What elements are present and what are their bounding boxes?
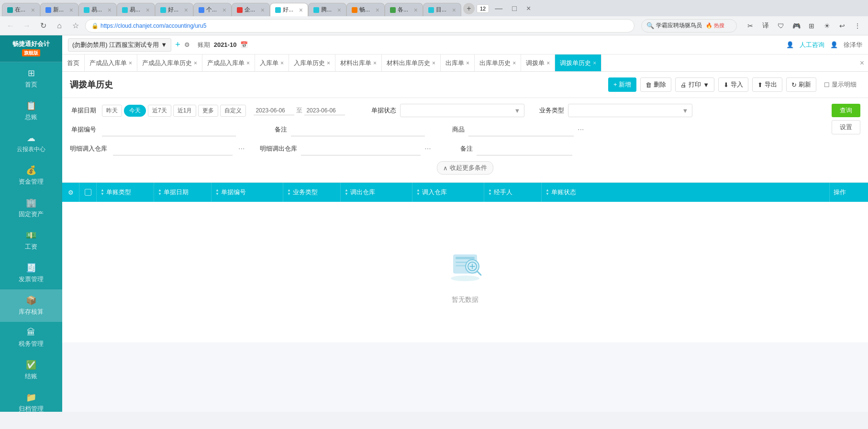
import-button[interactable]: ⬇ 导入 xyxy=(718,77,748,92)
tab-prod-in-close[interactable]: × xyxy=(129,60,132,66)
tab-mat-out-close[interactable]: × xyxy=(373,60,377,66)
table-type-col[interactable]: ▲▼ 单账类型 xyxy=(97,183,154,202)
sidebar-item-salary[interactable]: 💵 工资 xyxy=(0,224,62,257)
browser-tab-11[interactable]: 目... × xyxy=(423,3,461,16)
collapse-button[interactable]: ∧ 收起更多条件 xyxy=(437,161,493,175)
tab-prod-in-hist-close[interactable]: × xyxy=(194,60,197,66)
address-bar[interactable]: 🔒 https://cloud.chanjet.com/accounting/u… xyxy=(85,19,634,33)
print-button[interactable]: 🖨 打印 ▼ xyxy=(675,77,714,92)
table-status-col[interactable]: ▲▼ 单账状态 xyxy=(542,183,830,202)
tab-close-11[interactable]: × xyxy=(452,6,456,14)
biz-type-select[interactable]: ▼ xyxy=(568,104,692,117)
delete-button[interactable]: 🗑 删除 xyxy=(640,77,671,92)
more-icon[interactable]: ⋮ xyxy=(851,19,864,33)
date-from-input[interactable] xyxy=(254,106,294,115)
forward-button[interactable]: → xyxy=(20,19,33,33)
brightness-icon[interactable]: ☀ xyxy=(820,19,834,33)
translate-icon[interactable]: 译 xyxy=(759,19,772,33)
goods-more-icon[interactable]: ··· xyxy=(578,125,584,134)
app-tab-transfer-hist[interactable]: 调拨单历史 × xyxy=(555,55,601,72)
company-settings-icon[interactable]: ⚙ xyxy=(184,41,190,48)
browser-tab-2[interactable]: 易... × xyxy=(78,3,117,16)
app-tab-mat-out-hist[interactable]: 材料出库单历史 × xyxy=(382,55,441,72)
sidebar-item-tax[interactable]: 🏛 税务管理 xyxy=(0,322,62,354)
sidebar-item-reports[interactable]: ☁ 云报表中心 xyxy=(0,127,62,159)
table-select-all[interactable] xyxy=(79,183,97,202)
sidebar-item-ledger[interactable]: 📋 总账 xyxy=(0,95,62,127)
tab-close-3[interactable]: × xyxy=(146,6,150,14)
table-biz-col[interactable]: ▲▼ 业务类型 xyxy=(283,183,341,202)
tab-close-10[interactable]: × xyxy=(414,6,418,14)
tab-close-8[interactable]: × xyxy=(337,6,341,14)
filter-settings-button[interactable]: 设置 xyxy=(832,120,860,134)
sidebar-item-archive[interactable]: 📁 归档管理 xyxy=(0,386,62,412)
browser-tab-3[interactable]: 易... × xyxy=(117,3,155,16)
show-cols-button[interactable]: ☐ 显示明细 xyxy=(820,78,860,91)
browser-tab-6[interactable]: 企... × xyxy=(232,3,270,16)
code-input[interactable] xyxy=(102,123,236,136)
query-button[interactable]: 查询 xyxy=(832,104,860,117)
app-tab-prod-in-hist[interactable]: 产成品入库单历史 × xyxy=(137,55,202,72)
tab-out-hist-close[interactable]: × xyxy=(512,60,516,66)
export-button[interactable]: ⬆ 导出 xyxy=(752,77,782,92)
tab-prod-in2-close[interactable]: × xyxy=(246,60,250,66)
today-btn[interactable]: 今天 xyxy=(124,105,146,117)
scissors-icon[interactable]: ✂ xyxy=(744,19,757,33)
close-all-tabs-button[interactable]: × xyxy=(856,59,868,67)
tab-close-5[interactable]: × xyxy=(223,6,226,14)
bookmark-button[interactable]: ☆ xyxy=(69,19,82,33)
table-out-wh-col[interactable]: ▲▼ 调出仓库 xyxy=(341,183,412,202)
calendar-icon[interactable]: 📅 xyxy=(240,41,248,48)
select-all-checkbox[interactable] xyxy=(85,189,91,196)
date-to-input[interactable] xyxy=(304,106,345,115)
tab-close-1[interactable]: × xyxy=(69,6,73,14)
table-settings-col[interactable]: ⚙ xyxy=(62,183,79,202)
browser-tab-10[interactable]: 各... × xyxy=(385,3,423,16)
detail-remark-input[interactable] xyxy=(477,142,572,155)
detail-out-wh-input[interactable] xyxy=(301,142,421,155)
browser-tab-1[interactable]: 新... × xyxy=(40,3,78,16)
tab-out-close[interactable]: × xyxy=(466,60,469,66)
detail-out-wh-more[interactable]: ··· xyxy=(424,144,431,153)
add-company-button[interactable]: + xyxy=(175,40,180,50)
sidebar-item-assets[interactable]: 🏢 固定资产 xyxy=(0,192,62,224)
1month-btn[interactable]: 近1月 xyxy=(173,105,197,117)
home-button[interactable]: ⌂ xyxy=(53,19,66,33)
sidebar-item-funds[interactable]: 💰 资金管理 xyxy=(0,159,62,192)
window-close[interactable]: × xyxy=(523,3,534,14)
sidebar-item-invoice[interactable]: 🧾 发票管理 xyxy=(0,257,62,289)
app-tab-in-hist[interactable]: 入库单历史 × xyxy=(289,55,335,72)
sidebar-item-home[interactable]: ⊞ 首页 xyxy=(0,62,62,95)
detail-in-wh-more[interactable]: ··· xyxy=(238,144,245,153)
app-tab-out-hist[interactable]: 出库单历史 × xyxy=(475,55,521,72)
app-tab-out[interactable]: 出库单 × xyxy=(441,55,475,72)
game-icon[interactable]: 🎮 xyxy=(790,19,803,33)
tab-close-9[interactable]: × xyxy=(376,6,379,14)
window-maximize[interactable]: □ xyxy=(508,3,521,14)
reload-button[interactable]: ↻ xyxy=(36,19,50,33)
tab-close-6[interactable]: × xyxy=(261,6,265,14)
new-button[interactable]: + 新增 xyxy=(608,77,636,92)
refresh-button[interactable]: ↻ 刷新 xyxy=(786,77,816,92)
browser-tab-4[interactable]: 好... × xyxy=(155,3,193,16)
tab-in-close[interactable]: × xyxy=(280,60,284,66)
user-label[interactable]: 徐泽华 xyxy=(844,41,862,49)
browser-tab-9[interactable]: 畅... × xyxy=(346,3,385,16)
tab-close-2[interactable]: × xyxy=(108,6,111,14)
tab-transfer-hist-close[interactable]: × xyxy=(593,60,596,66)
more-btn[interactable]: 更多 xyxy=(198,105,218,117)
sidebar-item-close[interactable]: ✅ 结账 xyxy=(0,354,62,386)
app-tab-in[interactable]: 入库单 × xyxy=(255,55,289,72)
tab-mat-out-hist-close[interactable]: × xyxy=(432,60,435,66)
browser-tab-0[interactable]: 在... × xyxy=(2,3,40,16)
app-tab-transfer[interactable]: 调拨单 × xyxy=(521,55,555,72)
tab-in-hist-close[interactable]: × xyxy=(327,60,330,66)
shield-icon[interactable]: 🛡 xyxy=(774,19,788,33)
custom-btn[interactable]: 自定义 xyxy=(220,105,246,117)
browser-tab-8[interactable]: 腾... × xyxy=(308,3,346,16)
tab-transfer-close[interactable]: × xyxy=(546,60,550,66)
tab-close-7[interactable]: × xyxy=(299,6,303,14)
table-in-wh-col[interactable]: ▲▼ 调入仓库 xyxy=(412,183,484,202)
remark-input[interactable] xyxy=(291,123,425,136)
tab-close-0[interactable]: × xyxy=(31,6,35,14)
